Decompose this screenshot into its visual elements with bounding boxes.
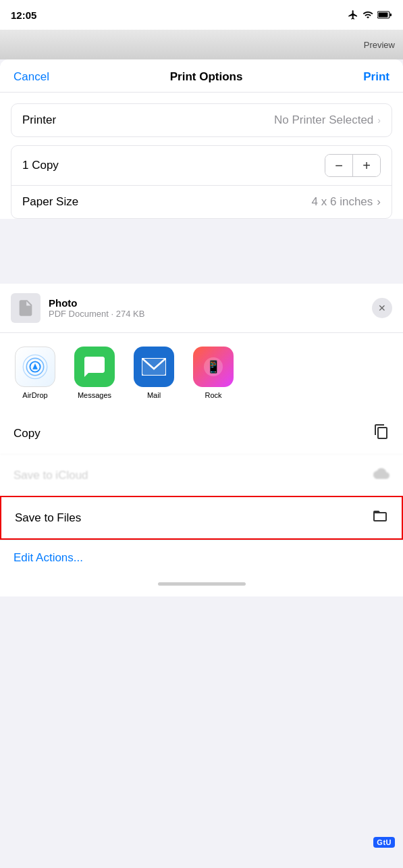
save-to-cloud-icon xyxy=(373,465,389,485)
file-thumb-icon xyxy=(16,299,35,317)
copies-row: 1 Copy − + xyxy=(11,146,392,186)
save-to-cloud-label: Save to iCloud xyxy=(14,469,88,482)
decrement-copies-button[interactable]: − xyxy=(325,155,352,176)
printer-label: Printer xyxy=(22,113,56,127)
app-item-messages[interactable]: Messages xyxy=(70,347,119,399)
paper-size-chevron-icon: › xyxy=(377,195,381,209)
battery-icon xyxy=(377,11,392,19)
airdrop-label: AirDrop xyxy=(22,391,47,399)
copy-icon xyxy=(373,424,389,443)
printer-chevron-icon: › xyxy=(377,115,381,126)
svg-rect-1 xyxy=(390,14,392,16)
close-share-button[interactable]: ✕ xyxy=(372,298,392,318)
app-item-airdrop[interactable]: AirDrop xyxy=(11,347,59,399)
save-to-files-label: Save to Files xyxy=(15,511,81,525)
close-icon: ✕ xyxy=(378,303,386,313)
copy-action-row[interactable]: Copy xyxy=(0,413,403,454)
messages-icon-container xyxy=(74,347,115,387)
print-button[interactable]: Print xyxy=(363,70,389,84)
apps-row: AirDrop Messages Mail xyxy=(0,333,403,405)
status-bar: 12:05 xyxy=(0,0,403,30)
watermark: GtU xyxy=(373,837,395,848)
save-to-files-row[interactable]: Save to Files xyxy=(0,496,403,540)
action-section: Copy Save to iCloud Save to Files xyxy=(0,413,403,540)
wifi-icon xyxy=(362,9,373,20)
save-to-cloud-row[interactable]: Save to iCloud xyxy=(0,454,403,496)
save-to-files-icon xyxy=(372,508,388,528)
printer-value: No Printer Selected › xyxy=(274,113,381,127)
mail-label: Mail xyxy=(147,391,161,399)
svg-rect-2 xyxy=(379,13,388,18)
svg-marker-6 xyxy=(32,363,38,369)
svg-text:📱: 📱 xyxy=(206,359,221,374)
printer-section: Printer No Printer Selected › xyxy=(11,103,392,137)
mail-icon xyxy=(142,358,166,376)
file-thumbnail xyxy=(11,293,41,323)
airplane-icon xyxy=(348,9,358,20)
app-item-mail[interactable]: Mail xyxy=(130,347,178,399)
paper-size-label: Paper Size xyxy=(22,195,78,209)
file-preview-row: Photo PDF Document · 274 KB ✕ xyxy=(0,284,403,333)
file-meta: PDF Document · 274 KB xyxy=(49,309,144,319)
print-panel: Cancel Print Options Print Printer No Pr… xyxy=(0,59,403,219)
home-bar xyxy=(158,582,246,586)
screenshot-preview: Preview xyxy=(0,30,403,59)
share-panel: Photo PDF Document · 274 KB ✕ AirDrop xyxy=(0,284,403,576)
increment-copies-button[interactable]: + xyxy=(353,155,380,176)
cancel-button[interactable]: Cancel xyxy=(14,70,49,84)
mail-icon-container xyxy=(134,347,174,387)
status-time: 12:05 xyxy=(11,9,36,21)
copy-label: Copy xyxy=(14,427,41,440)
status-icons xyxy=(348,9,392,20)
printer-row[interactable]: Printer No Printer Selected › xyxy=(11,104,392,136)
copies-label: 1 Copy xyxy=(22,159,59,172)
file-details: Photo PDF Document · 274 KB xyxy=(49,297,144,319)
paper-size-value: 4 x 6 inches › xyxy=(312,195,381,209)
preview-label: Preview xyxy=(364,40,395,50)
watermark-text: GtU xyxy=(377,838,392,846)
messages-icon xyxy=(82,355,107,379)
home-indicator xyxy=(0,576,403,596)
copies-stepper: − + xyxy=(325,154,381,177)
file-name: Photo xyxy=(49,297,144,309)
edit-actions-label[interactable]: Edit Actions... xyxy=(14,551,83,564)
print-header: Cancel Print Options Print xyxy=(0,59,403,93)
paper-size-row[interactable]: Paper Size 4 x 6 inches › xyxy=(11,186,392,218)
page-title: Print Options xyxy=(170,70,243,84)
file-info: Photo PDF Document · 274 KB xyxy=(11,293,144,323)
copies-paper-section: 1 Copy − + Paper Size 4 x 6 inches › xyxy=(11,145,392,219)
rock-icon-container: 📱 xyxy=(193,347,234,387)
app-item-rock[interactable]: 📱 Rock xyxy=(189,347,238,399)
rock-label: Rock xyxy=(205,391,221,399)
messages-label: Messages xyxy=(78,391,111,399)
gray-spacer xyxy=(0,230,403,284)
rock-icon: 📱 xyxy=(202,355,225,378)
airdrop-icon-container xyxy=(15,347,55,387)
airdrop-icon xyxy=(22,354,48,380)
edit-actions-row[interactable]: Edit Actions... xyxy=(0,540,403,576)
